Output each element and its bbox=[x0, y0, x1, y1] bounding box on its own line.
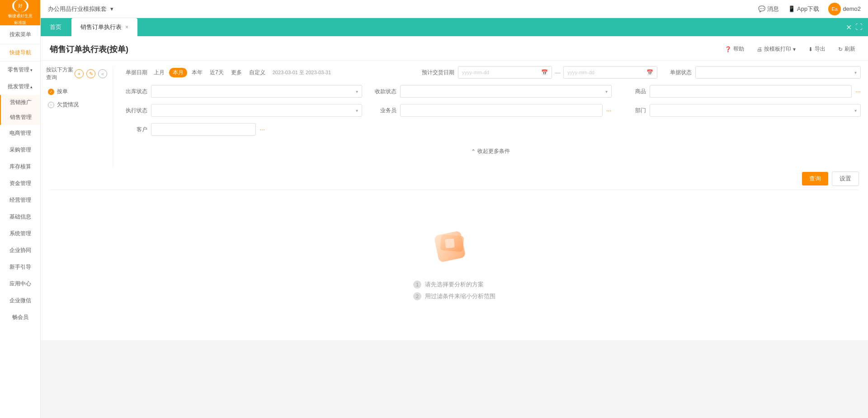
tab-close-icon[interactable]: × bbox=[125, 24, 128, 30]
sidebar-item-finance[interactable]: 资金管理 bbox=[0, 175, 40, 192]
sidebar-item-appstore[interactable]: 应用中心 bbox=[0, 276, 40, 292]
exec-status-select[interactable]: ▾ bbox=[151, 104, 362, 117]
sidebar-item-ecommerce[interactable]: 电商管理 bbox=[0, 125, 40, 142]
out-status-arrow: ▾ bbox=[356, 89, 358, 94]
salesperson-more-icon[interactable]: ··· bbox=[606, 107, 612, 114]
edit-scheme-icon[interactable]: ✎ bbox=[86, 69, 95, 78]
date-tab-thisyear[interactable]: 本年 bbox=[189, 68, 205, 77]
product-input[interactable] bbox=[650, 85, 852, 98]
sidebar-item-system[interactable]: 系统管理 bbox=[0, 225, 40, 242]
filter-field-customer: 客户 ··· bbox=[120, 123, 265, 136]
page-header: 销售订单执行表(按单) ❓ 帮助 🖨 按模板打印 ▾ ⬇ 导出 bbox=[41, 36, 868, 61]
date-start-calendar-icon: 📅 bbox=[541, 69, 548, 76]
tab-close-all-icon[interactable]: ✕ bbox=[846, 23, 852, 32]
payment-status-arrow: ▾ bbox=[605, 89, 608, 94]
customer-label: 客户 bbox=[120, 126, 147, 133]
exec-status-label: 执行状态 bbox=[120, 107, 147, 114]
filter-field-salesperson: 业务员 ··· bbox=[369, 104, 611, 117]
logo-text: 畅捷通好生意 bbox=[8, 13, 33, 19]
main-area: 办公用品行业模拟账套 ▾ 💬 消息 📱 App下载 Ea demo2 首页 bbox=[41, 0, 868, 418]
filter-field-product: 商品 ··· bbox=[619, 85, 861, 98]
customer-input[interactable] bbox=[151, 123, 256, 136]
status-select[interactable]: ▾ bbox=[695, 66, 861, 79]
sidebar-item-member[interactable]: 畅会员 bbox=[0, 309, 40, 326]
product-more-icon[interactable]: ··· bbox=[855, 88, 861, 95]
query-button[interactable]: 查询 bbox=[802, 172, 828, 185]
filter-sidebar: 按以下方案查询 + ✎ « ✓ 按单 ○ 欠货情况 bbox=[41, 66, 113, 168]
topbar-title: 办公用品行业模拟账套 bbox=[48, 5, 107, 13]
sidebar-subitem-sales[interactable]: 销售管理 bbox=[1, 110, 40, 125]
empty-state: 1 请先选择要分析的方案 2 用过滤条件来缩小分析范围 bbox=[41, 190, 868, 340]
sidebar-item-retail[interactable]: 零售管理 ▾ bbox=[0, 62, 40, 78]
print-icon: 🖨 bbox=[757, 46, 762, 52]
sidebar-quicknav[interactable]: 快捷导航 bbox=[0, 46, 40, 59]
sidebar-item-newuser[interactable]: 新手引导 bbox=[0, 259, 40, 276]
status-label: 单据状态 bbox=[665, 69, 692, 76]
topbar-dropdown[interactable]: ▾ bbox=[110, 5, 113, 12]
date-end-calendar-icon: 📅 bbox=[646, 69, 653, 76]
filter-field-payment-status: 收款状态 ▾ bbox=[369, 85, 611, 98]
print-button[interactable]: 🖨 按模板打印 ▾ bbox=[753, 43, 799, 55]
print-dropdown-icon: ▾ bbox=[793, 46, 796, 52]
scheme-item-欠货情况[interactable]: ○ 欠货情况 bbox=[46, 98, 107, 111]
sidebar-search[interactable]: 搜索菜单 bbox=[0, 28, 40, 41]
empty-hint-2: 2 用过滤条件来缩小分析范围 bbox=[413, 292, 495, 300]
user-area[interactable]: Ea demo2 bbox=[828, 3, 861, 15]
tab-fullscreen-icon[interactable]: ⛶ bbox=[855, 23, 863, 31]
export-button[interactable]: ⬇ 导出 bbox=[805, 43, 829, 55]
sidebar-subitem-marketing[interactable]: 营销推广 bbox=[1, 95, 40, 110]
expected-date-label: 预计交货日期 bbox=[422, 69, 454, 76]
message-button[interactable]: 💬 消息 bbox=[758, 5, 779, 13]
help-button[interactable]: ❓ 帮助 bbox=[721, 43, 748, 55]
wholesale-arrow: ▴ bbox=[30, 85, 33, 89]
topbar: 办公用品行业模拟账套 ▾ 💬 消息 📱 App下载 Ea demo2 bbox=[41, 0, 868, 18]
date-label: 单据日期 bbox=[120, 69, 147, 76]
sidebar-item-inventory[interactable]: 库存核算 bbox=[0, 158, 40, 175]
out-status-select[interactable]: ▾ bbox=[151, 85, 362, 98]
salesperson-input[interactable] bbox=[400, 104, 603, 117]
sidebar-item-basic[interactable]: 基础信息 bbox=[0, 209, 40, 225]
date-tab-custom[interactable]: 自定义 bbox=[246, 68, 268, 77]
customer-more-icon[interactable]: ··· bbox=[259, 126, 265, 133]
expected-date-start-input[interactable]: yyyy-mm-dd 📅 bbox=[458, 66, 552, 79]
help-icon: ❓ bbox=[725, 46, 731, 52]
filter-field-status: 单据状态 ▾ bbox=[665, 66, 861, 79]
refresh-button[interactable]: ↻ 刷新 bbox=[835, 43, 859, 55]
scheme-item-按单[interactable]: ✓ 按单 bbox=[46, 85, 107, 98]
date-tab-lastmonth[interactable]: 上月 bbox=[151, 68, 167, 77]
tab-home[interactable]: 首页 bbox=[41, 18, 71, 36]
logo-icon: 好 bbox=[12, 0, 28, 12]
sidebar-item-wechat[interactable]: 企业微信 bbox=[0, 292, 40, 309]
expected-date-end-input[interactable]: yyyy-mm-dd 📅 bbox=[563, 66, 657, 79]
app-download-button[interactable]: 📱 App下载 bbox=[788, 5, 819, 13]
filter-field-exec-status: 执行状态 ▾ bbox=[120, 104, 362, 117]
empty-icon bbox=[432, 226, 477, 271]
retail-arrow: ▾ bbox=[30, 68, 33, 72]
date-range-text: 2023-03-01 至 2023-03-31 bbox=[273, 69, 331, 76]
tab-sales-order[interactable]: 销售订单执行表 × bbox=[71, 18, 137, 36]
filter-form: 单据日期 上月 本月 本年 近7天 更多 自定义 20 bbox=[113, 66, 868, 168]
department-select[interactable]: ▾ bbox=[650, 104, 861, 117]
salesperson-label: 业务员 bbox=[369, 107, 396, 114]
filter-field-expected-date: 预计交货日期 yyyy-mm-dd 📅 — yyyy-mm-dd 📅 bbox=[422, 66, 657, 79]
out-status-label: 出库状态 bbox=[120, 88, 147, 95]
filter-field-out-status: 出库状态 ▾ bbox=[120, 85, 362, 98]
collapse-filter-button[interactable]: ⌃ 收起更多条件 bbox=[471, 144, 510, 159]
exec-status-arrow: ▾ bbox=[356, 108, 358, 113]
sidebar-item-purchase[interactable]: 采购管理 bbox=[0, 142, 40, 158]
tabbar: 首页 销售订单执行表 × ✕ ⛶ bbox=[41, 18, 868, 36]
filter-field-department: 部门 ▾ bbox=[619, 104, 861, 117]
date-tab-7days[interactable]: 近7天 bbox=[207, 68, 226, 77]
sidebar-item-operations[interactable]: 经营管理 bbox=[0, 192, 40, 209]
add-scheme-icon[interactable]: + bbox=[75, 69, 84, 78]
collapse-scheme-icon[interactable]: « bbox=[98, 69, 107, 78]
scheme-inactive-icon: ○ bbox=[48, 102, 54, 108]
date-tab-thismonth[interactable]: 本月 bbox=[169, 68, 187, 77]
settings-button[interactable]: 设置 bbox=[832, 171, 859, 186]
product-label: 商品 bbox=[619, 88, 646, 95]
sidebar-item-enterprise[interactable]: 企业协同 bbox=[0, 242, 40, 259]
sidebar-item-wholesale[interactable]: 批发管理 ▴ bbox=[0, 78, 40, 95]
toolbar-row: 查询 设置 bbox=[41, 168, 868, 190]
date-tab-more[interactable]: 更多 bbox=[228, 68, 245, 77]
payment-status-select[interactable]: ▾ bbox=[400, 85, 611, 98]
